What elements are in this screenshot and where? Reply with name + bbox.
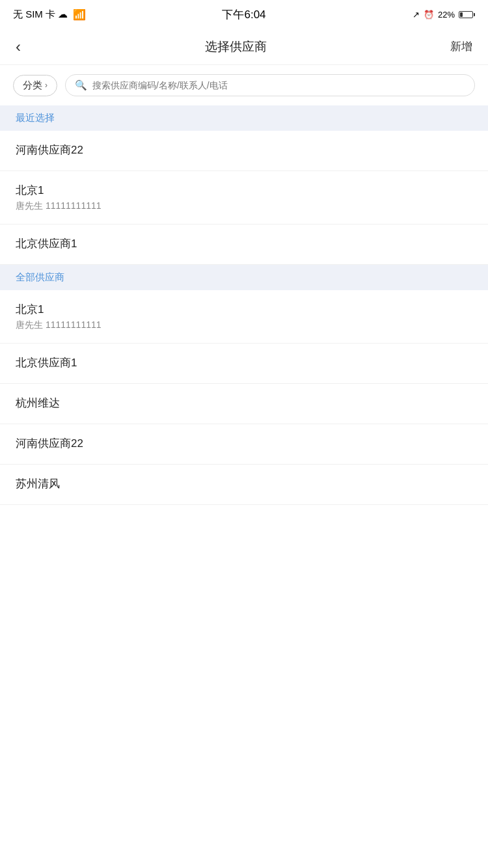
list-item[interactable]: 北京供应商1: [0, 224, 488, 265]
battery-percent: 22%: [438, 10, 455, 20]
item-sub: 唐先生 11111111111: [16, 200, 472, 212]
list-item[interactable]: 河南供应商22: [0, 424, 488, 465]
section-header-recent: 最近选择: [0, 105, 488, 131]
item-name: 北京供应商1: [16, 355, 472, 370]
status-left: 无 SIM 卡 ☁ 📶: [13, 8, 86, 21]
list-item[interactable]: 河南供应商22: [0, 131, 488, 171]
status-time: 下午6:04: [222, 7, 265, 22]
item-name: 苏州清风: [16, 476, 472, 491]
search-icon: 🔍: [75, 79, 87, 91]
list-item[interactable]: 北京1唐先生 11111111111: [0, 171, 488, 224]
battery-icon: [459, 11, 475, 18]
item-name: 北京供应商1: [16, 236, 472, 251]
sim-label: 无 SIM 卡 ☁: [13, 8, 68, 21]
page-title: 选择供应商: [205, 38, 267, 55]
list-item[interactable]: 北京1唐先生 11111111111: [0, 290, 488, 344]
list-item[interactable]: 北京供应商1: [0, 344, 488, 384]
sections-container: 最近选择河南供应商22北京1唐先生 11111111111北京供应商1全部供应商…: [0, 105, 488, 505]
nav-bar: ‹ 选择供应商 新增: [0, 29, 488, 65]
alarm-icon: ⏰: [424, 10, 434, 20]
item-name: 河南供应商22: [16, 436, 472, 451]
item-name: 杭州维达: [16, 396, 472, 411]
add-button[interactable]: 新增: [450, 39, 472, 54]
chevron-right-icon: ›: [45, 81, 47, 90]
item-name: 河南供应商22: [16, 142, 472, 157]
back-button[interactable]: ‹: [16, 38, 21, 56]
status-bar: 无 SIM 卡 ☁ 📶 下午6:04 ↗ ⏰ 22%: [0, 0, 488, 29]
search-box[interactable]: 🔍: [65, 74, 475, 96]
item-sub: 唐先生 11111111111: [16, 319, 472, 331]
item-name: 北京1: [16, 302, 472, 317]
category-button[interactable]: 分类 ›: [13, 75, 57, 96]
search-input[interactable]: [92, 80, 465, 90]
location-icon: ↗: [413, 10, 420, 20]
category-label: 分类: [23, 79, 42, 92]
item-name: 北京1: [16, 183, 472, 198]
wifi-icon: 📶: [73, 8, 86, 21]
status-right: ↗ ⏰ 22%: [413, 10, 475, 20]
list-item[interactable]: 杭州维达: [0, 384, 488, 424]
list-item[interactable]: 苏州清风: [0, 465, 488, 505]
section-header-all: 全部供应商: [0, 265, 488, 290]
filter-bar: 分类 › 🔍: [0, 65, 488, 105]
